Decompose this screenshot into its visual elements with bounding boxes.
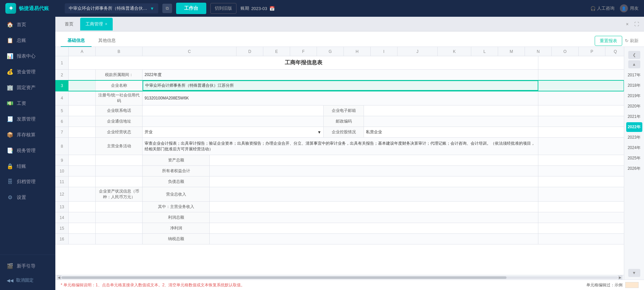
cell-3-a[interactable] — [69, 80, 96, 91]
year-item-2021[interactable]: 2021年 — [626, 112, 642, 122]
wages-icon: 💵 — [7, 100, 13, 106]
cell-7-holdings[interactable]: 私营企业 — [364, 127, 538, 137]
spreadsheet-body[interactable]: 1 工商年报信息表 2 税款所属期间： 2022年度 — [55, 56, 624, 275]
service-button[interactable]: 🎧 人工咨询 — [590, 5, 614, 11]
col-header-N: N — [525, 47, 552, 56]
cell-10-a[interactable] — [69, 166, 96, 176]
cell-8-a[interactable] — [69, 138, 96, 155]
cell-16-val[interactable] — [210, 234, 538, 244]
cell-11-val[interactable] — [210, 176, 538, 187]
cell-7-status[interactable]: 开业 ▼ — [143, 127, 324, 137]
reset-report-button[interactable]: 重置报表 — [595, 36, 622, 46]
cell-15-b[interactable] — [96, 223, 143, 233]
user-area[interactable]: 👤 用友 — [620, 4, 639, 12]
cell-5-email[interactable] — [364, 105, 538, 116]
cell-14-val[interactable] — [210, 212, 538, 223]
sidebar-item-funds[interactable]: 💰 资金管理 — [0, 64, 55, 80]
main-layout: 🏠 首页 📋 总账 📊 报表中心 💰 资金管理 🏢 固定资产 💵 工资 — [0, 17, 644, 290]
table-row-selected[interactable]: 3 企业名称 中审众环会计师事务所（特殊普通合伙）江苏分所 — [55, 80, 624, 91]
cell-15-val[interactable] — [210, 223, 538, 233]
right-panel-down-button[interactable]: ▼ — [628, 269, 640, 277]
calendar-icon[interactable]: 📅 — [269, 6, 275, 11]
h-scroll-track[interactable] — [61, 276, 618, 279]
cell-9-b[interactable] — [96, 155, 143, 165]
old-version-button[interactable]: 切到旧版 — [210, 3, 236, 14]
right-panel-up-button[interactable]: ▲ — [628, 60, 640, 68]
sidebar-item-reports[interactable]: 📊 报表中心 — [0, 48, 55, 64]
window-expand-button[interactable]: ⛶ — [633, 21, 640, 27]
sidebar-item-tax[interactable]: 📑 税务管理 — [0, 143, 55, 158]
cell-10-b[interactable] — [96, 166, 143, 176]
sidebar-item-newuser[interactable]: 🎬 新手引导 — [0, 258, 55, 274]
cell-14-a[interactable] — [69, 212, 96, 223]
sub-tab-basic[interactable]: 基础信息 — [61, 35, 92, 47]
sidebar-item-assets[interactable]: 🏢 固定资产 — [0, 80, 55, 95]
cell-1-title[interactable]: 工商年报信息表 — [69, 56, 538, 69]
sidebar-item-inventory[interactable]: 📦 库存核算 — [0, 127, 55, 143]
cell-5-phone[interactable] — [143, 105, 324, 116]
tab-home[interactable]: 首页 — [59, 18, 79, 30]
year-item-2020[interactable]: 2020年 — [626, 101, 642, 111]
cell-9-val[interactable] — [210, 155, 538, 165]
cell-6-a[interactable] — [69, 116, 96, 127]
cell-2-c[interactable]: 2022年度 — [143, 70, 538, 80]
cell-8-business[interactable]: 审查企业会计报表；出具审计报告；验证企业资本；出具验资报告；办理企业合开、分立、… — [143, 138, 538, 155]
row-num-3: 3 — [55, 80, 69, 91]
cell-5-a[interactable] — [69, 105, 96, 116]
year-item-2022[interactable]: 2022年 — [626, 122, 642, 132]
cell-11-a[interactable] — [69, 176, 96, 187]
sidebar-item-invoices[interactable]: 🧾 发票管理 — [0, 111, 55, 127]
company-selector[interactable]: 中审众环会计师事务所（特殊普通合伙… ▼ — [65, 3, 158, 13]
cell-14-b[interactable] — [96, 212, 143, 223]
sidebar-pin-button[interactable]: ◀◀ 取消固定 — [0, 274, 55, 287]
year-item-2024[interactable]: 2024年 — [626, 143, 642, 153]
cell-4-a[interactable] — [69, 91, 96, 105]
sidebar-item-close[interactable]: 🔒 结账 — [0, 158, 55, 174]
cell-12-label: 营业总收入 — [143, 187, 210, 201]
cell-15-a[interactable] — [69, 223, 96, 233]
cell-10-val[interactable] — [210, 166, 538, 176]
window-close-button[interactable]: × — [624, 21, 631, 27]
cell-13-val[interactable] — [210, 202, 538, 212]
cell-13-b[interactable] — [96, 202, 143, 212]
cell-6-zip[interactable] — [364, 116, 538, 127]
cell-7-a[interactable] — [69, 127, 96, 137]
sidebar-item-archive[interactable]: 🗄 归档管理 — [0, 174, 55, 190]
sidebar-item-home[interactable]: 🏠 首页 — [0, 17, 55, 32]
h-scroll-area[interactable]: ◀ ▶ — [55, 275, 624, 280]
year-item-2026[interactable]: 2026年 — [626, 164, 642, 173]
cell-13-a[interactable] — [69, 202, 96, 212]
cell-12-val[interactable] — [210, 187, 538, 201]
cell-11-b[interactable] — [96, 176, 143, 187]
year-item-2019[interactable]: 2019年 — [626, 91, 642, 101]
cell-2-a[interactable] — [69, 70, 96, 80]
cell-16-b[interactable] — [96, 234, 143, 244]
tab-close-button[interactable]: × — [105, 22, 107, 26]
sidebar-item-wages[interactable]: 💵 工资 — [0, 95, 55, 111]
logo-icon: ✦ — [5, 3, 16, 14]
cell-6-addr[interactable] — [143, 116, 324, 127]
newuser-icon: 🎬 — [7, 263, 13, 269]
cell-3-company[interactable]: 中审众环会计师事务所（特殊普通合伙）江苏分所 — [143, 80, 538, 91]
year-item-2023[interactable]: 2023年 — [626, 133, 642, 142]
user-label: 用友 — [630, 5, 639, 11]
cell-8-b: 主营业务活动 — [96, 138, 143, 155]
refresh-button[interactable]: ↻ 刷新 — [625, 36, 639, 46]
year-item-2018[interactable]: 2018年 — [626, 81, 642, 90]
h-scroll-thumb[interactable] — [61, 276, 506, 279]
year-item-2017[interactable]: 2017年 — [626, 70, 642, 80]
cell-12-a[interactable] — [69, 187, 96, 201]
copy-button[interactable]: ⧉ — [162, 4, 172, 13]
h-scroll-left-button[interactable]: ◀ — [57, 275, 61, 280]
workbench-button[interactable]: 工作台 — [176, 3, 206, 14]
sub-tab-other[interactable]: 其他信息 — [92, 35, 122, 47]
year-item-2025[interactable]: 2025年 — [626, 153, 642, 163]
right-panel-collapse-left[interactable]: ❮ — [628, 51, 640, 59]
cell-9-a[interactable] — [69, 155, 96, 165]
h-scroll-right-button[interactable]: ▶ — [618, 275, 623, 280]
tab-industrial[interactable]: 工商管理 × — [80, 18, 113, 30]
sidebar-item-settings[interactable]: ⚙ 设置 — [0, 190, 55, 205]
sidebar-item-ledger[interactable]: 📋 总账 — [0, 32, 55, 48]
cell-16-a[interactable] — [69, 234, 96, 244]
cell-4-regno[interactable]: 91320100MA208E5W6K — [143, 91, 538, 105]
